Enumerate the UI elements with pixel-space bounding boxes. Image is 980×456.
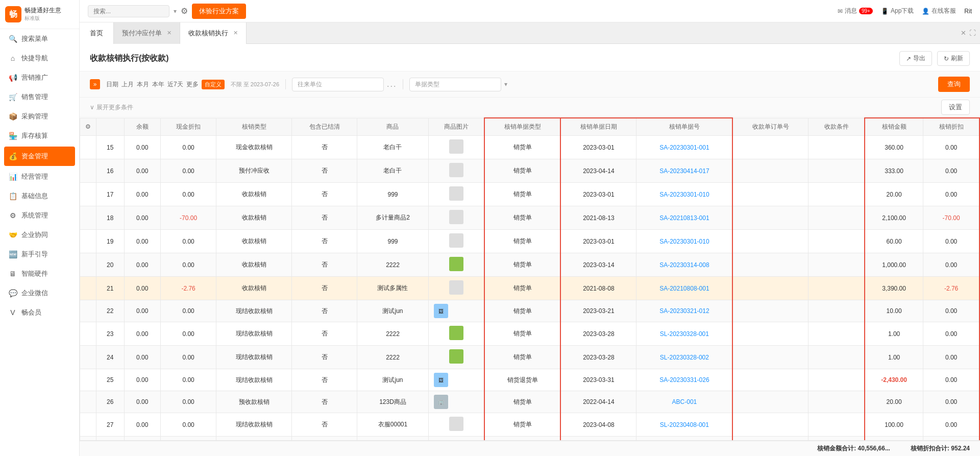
sidebar-item-enterprise[interactable]: 🤝 企业协同 — [0, 225, 79, 245]
doc-no-cell[interactable]: SA-20230331-026 — [636, 369, 733, 391]
receipt-no-cell — [732, 437, 808, 441]
goods-image-cell — [428, 253, 484, 277]
doc-no-cell[interactable]: SA-20230301-010 — [636, 230, 733, 253]
doc-no-cell[interactable]: SA-20230314-008 — [636, 253, 733, 277]
table-row: 190.000.00收款核销否999销货单2023-03-01SA-202303… — [80, 230, 980, 253]
online-service-area[interactable]: 👤 在线客服 — [922, 7, 956, 15]
filter-type-dropdown-icon[interactable]: ▾ — [504, 81, 507, 88]
export-button[interactable]: ↗ 导出 — [899, 51, 932, 66]
settings-gear-icon[interactable]: ⚙ — [181, 6, 188, 16]
tab-writeoff[interactable]: 收款核销执行 ✕ — [180, 22, 247, 44]
writeoff-type-cell: 收款核销 — [216, 253, 292, 277]
cash-discount-cell: 0.00 — [160, 413, 216, 437]
sidebar-item-marketing[interactable]: 📢 营销推广 — [0, 68, 79, 87]
filter-last-month[interactable]: 上月 — [121, 80, 134, 89]
expand-more-btn[interactable]: ∨ 展开更多条件 — [90, 103, 133, 112]
sidebar-item-system[interactable]: ⚙ 系统管理 — [0, 206, 79, 225]
sidebar-label-operation: 经营管理 — [21, 172, 48, 181]
doc-no-cell[interactable]: SA-20210808-001 — [636, 277, 733, 300]
industry-solution-button[interactable]: 休验行业方案 — [192, 4, 246, 19]
col-header-goods: 商品 — [357, 118, 428, 136]
balance-cell: 0.00 — [124, 183, 160, 206]
filter-type-select[interactable]: 单据类型 — [409, 78, 501, 91]
receipt-no-cell — [732, 300, 808, 322]
filter-this-month[interactable]: 本月 — [137, 80, 149, 89]
seq-cell: 25 — [96, 369, 125, 391]
receipt-cond-cell — [808, 183, 865, 206]
service-icon: 👤 — [922, 8, 929, 15]
tab-prepay[interactable]: 预付冲应付单 ✕ — [114, 22, 180, 44]
settings-button[interactable]: 设置 — [941, 100, 970, 115]
doc-no-cell[interactable]: SL-20230328-001 — [636, 322, 733, 346]
cash-discount-cell: 0.00 — [160, 369, 216, 391]
sidebar-item-finance[interactable]: 💰 资金管理 — [4, 147, 75, 166]
message-label: 消息 — [845, 7, 857, 15]
refresh-button[interactable]: ↻ 刷新 — [937, 51, 970, 66]
tab-prepay-close-icon[interactable]: ✕ — [167, 30, 172, 36]
doc-no-cell[interactable]: SA-20230301-010 — [636, 183, 733, 206]
col-header-receipt-cond: 收款条件 — [808, 118, 865, 136]
filter-expand-arrow[interactable]: » — [90, 79, 100, 89]
seq-cell: 27 — [96, 413, 125, 437]
sidebar-item-purchase[interactable]: 📦 采购管理 — [0, 107, 79, 126]
sidebar-item-sales[interactable]: 🛒 销售管理 — [0, 87, 79, 107]
doc-no-cell[interactable]: SA-20230321-012 — [636, 300, 733, 322]
topbar-dropdown-icon[interactable]: ▾ — [174, 8, 177, 15]
sidebar-item-guide[interactable]: 🆕 新手引导 — [0, 245, 79, 264]
content-header: 收款核销执行(按收款) ↗ 导出 ↻ 刷新 — [80, 44, 980, 71]
sidebar-item-vip[interactable]: V 畅会员 — [0, 303, 79, 322]
filter-more[interactable]: 更多 — [186, 80, 199, 89]
writeoff-amount-cell: 20.00 — [865, 183, 923, 206]
col-header-gear[interactable]: ⚙ — [80, 118, 96, 136]
doc-no-cell[interactable]: SA-20230301-001 — [636, 136, 733, 159]
row-checkbox-cell — [80, 437, 96, 441]
doc-no-cell[interactable]: SL-20230418-001 — [636, 437, 733, 441]
app-download-area[interactable]: 📱 App下载 — [881, 7, 914, 15]
tab-writeoff-close-icon[interactable]: ✕ — [233, 30, 238, 36]
balance-cell: 0.00 — [124, 206, 160, 230]
filter-this-year[interactable]: 本年 — [152, 80, 164, 89]
sidebar-item-operation[interactable]: 📊 经营管理 — [0, 167, 79, 186]
writeoff-type-cell: 现结收款核销 — [216, 346, 292, 369]
doc-type-cell: 销货单 — [484, 277, 560, 300]
doc-date-cell: 2021-08-13 — [560, 206, 636, 230]
filter-last7[interactable]: 近7天 — [167, 80, 183, 89]
tab-maximize-icon[interactable]: ⛶ — [969, 29, 976, 37]
search-icon: 🔍 — [8, 35, 17, 43]
doc-no-cell[interactable]: ABC-001 — [636, 391, 733, 413]
row-checkbox-cell — [80, 230, 96, 253]
tab-home[interactable]: 首页 — [80, 22, 114, 44]
app-badge: 标准版 — [24, 15, 61, 22]
row-checkbox-cell — [80, 206, 96, 230]
sidebar-item-inventory[interactable]: 🏪 库存核算 — [0, 126, 79, 146]
seq-cell: 18 — [96, 206, 125, 230]
writeoff-amount-cell: 1.00 — [865, 322, 923, 346]
doc-date-cell: 2023-03-31 — [560, 369, 636, 391]
sidebar-item-basic[interactable]: 📋 基础信息 — [0, 186, 79, 206]
writeoff-amount-cell: 1,000.00 — [865, 253, 923, 277]
message-area[interactable]: ✉ 消息 99+ — [838, 7, 873, 15]
doc-no-cell[interactable]: SL-20230408-001 — [636, 413, 733, 437]
query-button[interactable]: 查询 — [938, 77, 970, 92]
topbar-right: ✉ 消息 99+ 📱 App下载 👤 在线客服 Rit — [838, 7, 972, 15]
doc-no-cell[interactable]: SL-20230328-002 — [636, 346, 733, 369]
sidebar-item-search[interactable]: 🔍 搜索菜单 — [0, 29, 79, 49]
filter-custom-btn[interactable]: 自定义 — [202, 80, 225, 89]
topbar-search-input[interactable] — [88, 5, 169, 17]
home-icon: ⌂ — [8, 54, 17, 62]
filter-partner-input[interactable]: 往来单位 — [292, 78, 384, 91]
sidebar-item-hardware[interactable]: 🖥 智能硬件 — [0, 264, 79, 283]
sidebar-item-quick-nav[interactable]: ⌂ 快捷导航 — [0, 49, 79, 68]
filter-partner-dots[interactable]: ... — [387, 80, 397, 89]
footer-total-amount: 核销金额合计: 40,556,66... — [817, 444, 890, 453]
user-name[interactable]: Rit — [964, 8, 972, 15]
table-row: 160.000.00预付冲应收否老白干销货单2023-04-14SA-20230… — [80, 159, 980, 183]
sidebar: 畅 畅捷通好生意 标准版 🔍 搜索菜单 ⌂ 快捷导航 📢 营销推广 🛒 销售管理… — [0, 0, 80, 456]
tab-close-window-icon[interactable]: ✕ — [961, 29, 966, 37]
sidebar-item-wechat[interactable]: 💬 企业微信 — [0, 283, 79, 303]
doc-no-cell[interactable]: SA-20230414-017 — [636, 159, 733, 183]
doc-no-cell[interactable]: SA-20210813-001 — [636, 206, 733, 230]
writeoff-discount-cell: 0.00 — [923, 437, 979, 441]
cash-discount-cell: 0.00 — [160, 159, 216, 183]
seq-cell: 28 — [96, 437, 125, 441]
